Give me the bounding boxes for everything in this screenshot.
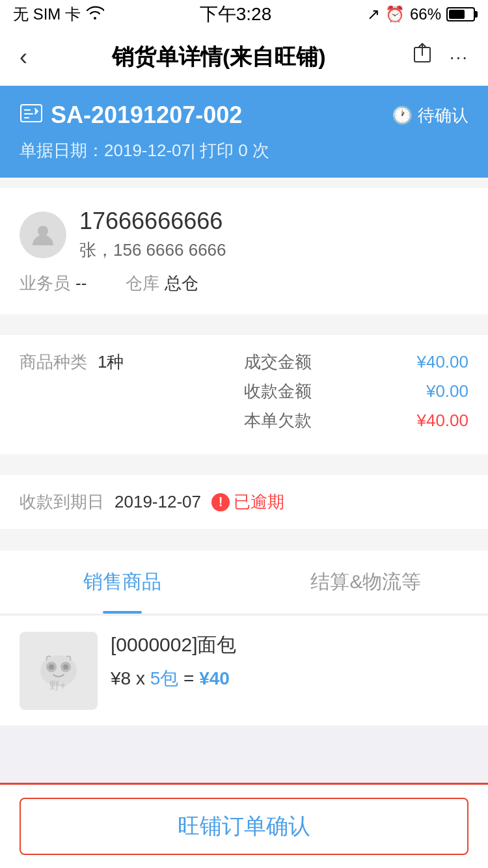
sales-rep-item: 业务员 -- [20,272,87,295]
location-icon: ↗ [367,5,380,23]
order-header-card: SA-20191207-002 🕐 待确认 单据日期：2019-12-07| 打… [0,86,488,178]
svg-point-7 [63,664,68,670]
amount-row-2: 本单欠款 ¥40.00 [244,409,468,432]
status-bar: 无 SIM 卡 下午3:28 ↗ ⏰ 66% [0,0,488,29]
more-button[interactable]: ··· [450,47,468,68]
customer-section: 17666666666 张，156 6666 6666 业务员 -- 仓库 总仓 [0,188,488,314]
nav-actions: ··· [411,42,468,72]
overdue-text: 已逾期 [234,491,284,513]
status-bar-right: ↗ ⏰ 66% [367,5,475,23]
due-section: 收款到期日 2019-12-07 ! 已逾期 [0,475,488,530]
order-print-info: | 打印 0 次 [191,141,269,160]
amount-label-1: 收款金额 [244,380,312,403]
due-label: 收款到期日 [20,491,104,513]
carrier-text: 无 SIM 卡 [13,4,81,25]
amount-label-2: 本单欠款 [244,409,312,432]
divider-3 [0,530,488,540]
order-date-value: 2019-12-07 [104,141,191,160]
product-price-text: ¥8 x [111,668,150,688]
product-type-value: 1种 [98,351,124,373]
product-type-label: 商品种类 [20,351,87,373]
product-price-row-0: ¥8 x 5包 = ¥40 [111,666,468,691]
page-title: 销货单详情(来自旺铺) [112,42,326,72]
amount-value-0: ¥40.00 [416,352,468,372]
order-id-text: SA-20191207-002 [51,102,242,129]
summary-section: 商品种类 1种 成交金额 ¥40.00 收款金额 ¥0.00 本单欠款 ¥40.… [0,335,488,454]
order-date-row: 单据日期：2019-12-07| 打印 0 次 [20,139,468,162]
customer-row: 17666666666 张，156 6666 6666 [20,208,468,262]
product-name-0: [0000002]面包 [111,632,468,658]
product-logo: 野+ [33,646,85,696]
sales-rep-label: 业务员 [20,272,70,295]
tab-sales-products[interactable]: 销售商品 [0,550,244,614]
share-button[interactable] [411,42,434,72]
customer-avatar [20,211,66,258]
battery-percentage: 66% [410,5,441,23]
tab-settlement[interactable]: 结算&物流等 [244,550,488,614]
warehouse-label: 仓库 [126,272,159,295]
amount-label-0: 成交金额 [244,351,312,373]
product-total: ¥40 [199,668,230,688]
order-date-label: 单据日期： [20,141,104,160]
sales-rep-value: -- [75,273,87,293]
tabs-bar: 销售商品 结算&物流等 [0,550,488,615]
summary-left: 商品种类 1种 [20,351,244,373]
amount-row-0: 成交金额 ¥40.00 [244,351,468,373]
overdue-badge: ! 已逾期 [211,491,284,513]
status-clock-icon: 🕐 [392,105,413,126]
amount-value-2: ¥40.00 [416,411,468,431]
order-id: SA-20191207-002 [20,102,242,129]
customer-info: 17666666666 张，156 6666 6666 [79,208,226,262]
product-quantity: 5包 [150,668,179,688]
customer-meta: 业务员 -- 仓库 总仓 [20,272,468,295]
order-status: 🕐 待确认 [392,104,468,127]
order-header-top: SA-20191207-002 🕐 待确认 [20,102,468,129]
wifi-icon [86,5,104,23]
product-thumb-inner: 野+ [20,632,98,710]
status-text: 待确认 [418,104,468,127]
order-id-icon [20,102,43,129]
divider-1 [0,314,488,325]
product-item-0: 野+ [0000002]面包 ¥8 x 5包 = ¥40 [0,616,488,726]
product-thumbnail-0: 野+ [20,632,98,710]
product-info-0: [0000002]面包 ¥8 x 5包 = ¥40 [111,632,468,691]
tab-sales-label: 销售商品 [83,571,161,592]
warehouse-item: 仓库 总仓 [126,272,198,295]
product-section: 野+ [0000002]面包 ¥8 x 5包 = ¥40 [0,616,488,726]
back-button[interactable]: ‹ [20,44,27,71]
amount-value-1: ¥0.00 [426,381,468,401]
bottom-bar: 旺铺订单确认 [0,783,488,868]
amount-row-1: 收款金额 ¥0.00 [244,380,468,403]
nav-bar: ‹ 销货单详情(来自旺铺) ··· [0,29,488,86]
tab-settlement-label: 结算&物流等 [310,571,421,592]
status-bar-left: 无 SIM 卡 [13,4,104,25]
due-date-value: 2019-12-07 [115,492,201,512]
summary-right: 成交金额 ¥40.00 收款金额 ¥0.00 本单欠款 ¥40.00 [244,351,468,439]
product-equals: = [178,668,199,688]
customer-name-phone: 张，156 6666 6666 [79,239,226,262]
svg-text:野+: 野+ [49,680,66,691]
divider-2 [0,454,488,465]
alarm-icon: ⏰ [385,5,405,23]
battery-icon [446,7,475,21]
overdue-icon: ! [211,493,230,511]
confirm-order-button[interactable]: 旺铺订单确认 [20,798,468,855]
svg-point-2 [38,226,48,236]
svg-point-6 [49,664,54,670]
warehouse-value: 总仓 [165,272,198,295]
status-bar-time: 下午3:28 [200,2,272,27]
customer-phone: 17666666666 [79,208,226,235]
